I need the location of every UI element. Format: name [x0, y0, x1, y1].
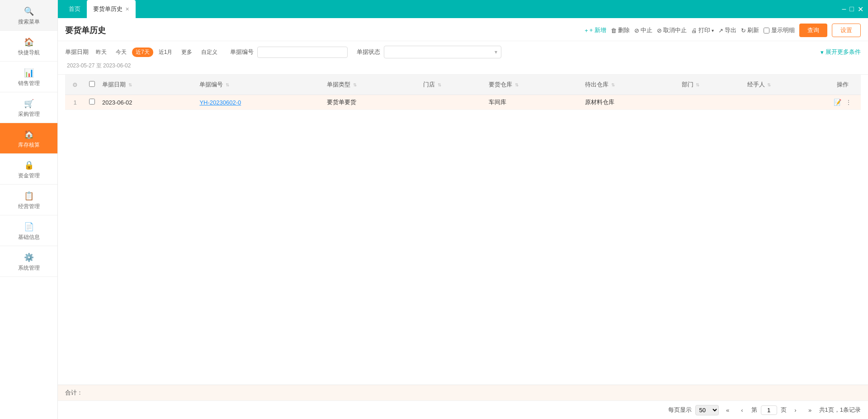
- doc-number-label: 单据编号: [230, 48, 254, 56]
- stop-button[interactable]: ⊘ 中止: [634, 26, 652, 34]
- display-cell-toggle[interactable]: 显示明细: [764, 26, 795, 34]
- th-doc-type[interactable]: 单据类型 ⇅: [323, 75, 420, 95]
- query-button[interactable]: 查询: [799, 24, 827, 37]
- first-page-button[interactable]: «: [722, 405, 733, 415]
- select-all-checkbox[interactable]: [89, 81, 95, 87]
- date-range-display: 2023-05-27 至 2023-06-02: [65, 62, 861, 70]
- sidebar-item-system[interactable]: ⚙️ 系统管理: [0, 246, 57, 277]
- refresh-button[interactable]: ↻ 刷新: [741, 26, 759, 34]
- minimize-icon[interactable]: –: [842, 5, 846, 13]
- display-cell-label: 显示明细: [771, 26, 795, 34]
- maximize-icon[interactable]: □: [849, 5, 854, 13]
- th-pending-warehouse[interactable]: 待出仓库 ⇅: [581, 75, 678, 95]
- pagination: 每页显示 10 20 50 100 « ‹ 第 页 › » 共1页，1条记录: [58, 400, 868, 419]
- row-req-warehouse: 车间库: [485, 95, 581, 110]
- row-store: [420, 95, 485, 110]
- page-size-select[interactable]: 10 20 50 100: [695, 405, 719, 415]
- topbar: 首页 要货单历史 ✕ – □ ✕: [58, 0, 868, 18]
- sidebar-item-finance[interactable]: 🔒 资金管理: [0, 154, 57, 185]
- date-range-text: 2023-05-27 至 2023-06-02: [67, 62, 131, 69]
- row-date-value: 2023-06-02: [102, 99, 132, 106]
- date-tag-custom[interactable]: 自定义: [198, 48, 221, 57]
- sidebar-label-inventory: 库存核算: [18, 141, 40, 149]
- stop-label: 中止: [641, 26, 652, 34]
- th-store[interactable]: 门店 ⇅: [420, 75, 485, 95]
- th-date-label: 单据日期: [102, 81, 126, 88]
- tab-home[interactable]: 首页: [62, 0, 87, 18]
- page-number-input[interactable]: [761, 405, 777, 415]
- lock-icon: 🔒: [24, 160, 34, 170]
- document-icon: 📄: [24, 222, 34, 232]
- th-req-warehouse[interactable]: 要货仓库 ⇅: [485, 75, 581, 95]
- date-tag-last7[interactable]: 近7天: [132, 48, 153, 57]
- doc-status-input[interactable]: [388, 49, 495, 56]
- sidebar-item-operation[interactable]: 📋 经营管理: [0, 185, 57, 215]
- row-checkbox[interactable]: [89, 99, 95, 105]
- tab-history-label: 要货单历史: [93, 5, 123, 13]
- print-button[interactable]: 🖨 打印 ▾: [691, 26, 714, 34]
- sidebar-item-basic[interactable]: 📄 基础信息: [0, 215, 57, 246]
- tab-history[interactable]: 要货单历史 ✕: [87, 0, 136, 18]
- export-button[interactable]: ↗ 导出: [718, 26, 736, 34]
- last-page-button[interactable]: »: [805, 405, 816, 415]
- new-button[interactable]: + + 新增: [585, 26, 606, 34]
- main-area: 首页 要货单历史 ✕ – □ ✕ 要货单历史 + + 新增 🗑 删除: [58, 0, 868, 419]
- row-ops: 📝 ⋮: [825, 95, 861, 110]
- row-handler: [744, 95, 825, 110]
- close-tab-icon[interactable]: ✕: [125, 6, 129, 12]
- sidebar-item-inventory[interactable]: 🏠 库存核算: [0, 123, 57, 154]
- header-row: ⚙ 单据日期 ⇅ 单据编号 ⇅: [65, 75, 861, 95]
- sort-pending-warehouse-icon: ⇅: [611, 82, 615, 87]
- next-page-button[interactable]: ›: [790, 405, 801, 415]
- sort-doc-type-icon: ⇅: [353, 82, 357, 87]
- print-arrow-icon: ▾: [712, 28, 714, 33]
- row-checkbox-cell: [85, 95, 99, 110]
- sort-store-icon: ⇅: [438, 82, 441, 87]
- date-tag-yesterday[interactable]: 昨天: [92, 48, 110, 57]
- display-cell-checkbox[interactable]: [764, 28, 769, 33]
- expand-more-button[interactable]: ▾ 展开更多条件: [821, 48, 861, 56]
- th-doc-num-label: 单据编号: [199, 81, 223, 88]
- date-tag-more[interactable]: 更多: [178, 48, 196, 57]
- date-tag-last-month[interactable]: 近1月: [155, 48, 176, 57]
- settings-button[interactable]: 设置: [832, 24, 861, 37]
- print-label: 打印: [698, 26, 710, 34]
- th-handler[interactable]: 经手人 ⇅: [744, 75, 825, 95]
- stop-icon: ⊘: [634, 27, 639, 34]
- table-row: 1 2023-06-02 YH-20230602-0 要货单要货: [65, 95, 861, 110]
- th-store-label: 门店: [423, 81, 435, 88]
- date-tag-today[interactable]: 今天: [112, 48, 130, 57]
- sidebar-item-search[interactable]: 🔍 搜索菜单: [0, 0, 57, 31]
- column-settings-icon[interactable]: ⚙: [69, 78, 81, 91]
- doc-status-select[interactable]: ▾: [384, 46, 501, 58]
- row-more-icon[interactable]: ⋮: [845, 99, 852, 106]
- doc-number-input[interactable]: [257, 47, 348, 58]
- doc-number-filter-group: 单据编号: [230, 47, 348, 58]
- page-size-label: 每页显示: [668, 406, 692, 414]
- search-icon: 🔍: [24, 6, 34, 16]
- delete-label: 删除: [618, 26, 630, 34]
- cancel-stop-button[interactable]: ⊘ 取消中止: [657, 26, 687, 34]
- delete-button[interactable]: 🗑 删除: [611, 26, 630, 34]
- page-header: 要货单历史 + + 新增 🗑 删除 ⊘ 中止 ⊘ 取消中止: [58, 18, 868, 41]
- date-filter-label: 单据日期: [65, 48, 89, 56]
- chevron-down-icon: ▾: [495, 49, 497, 55]
- expand-label: 展开更多条件: [826, 48, 861, 56]
- row-req-warehouse-value: 车间库: [489, 99, 506, 105]
- th-checkbox: [85, 75, 99, 95]
- prev-page-button[interactable]: ‹: [737, 405, 748, 415]
- close-window-icon[interactable]: ✕: [858, 5, 863, 14]
- sidebar-item-purchase[interactable]: 🛒 采购管理: [0, 92, 57, 123]
- home-icon: 🏠: [24, 37, 34, 47]
- sidebar-item-sales[interactable]: 📊 销售管理: [0, 62, 57, 92]
- row-doc-num-link[interactable]: YH-20230602-0: [199, 99, 241, 106]
- th-doc-num[interactable]: 单据编号 ⇅: [196, 75, 323, 95]
- th-date[interactable]: 单据日期 ⇅: [99, 75, 196, 95]
- row-edit-icon[interactable]: 📝: [834, 99, 841, 106]
- clipboard-icon: 📋: [24, 191, 34, 201]
- window-controls: – □ ✕: [842, 5, 863, 14]
- th-department[interactable]: 部门 ⇅: [678, 75, 744, 95]
- refresh-icon: ↻: [741, 27, 746, 34]
- row-num-value: 1: [73, 99, 76, 106]
- sidebar-item-shortcut[interactable]: 🏠 快捷导航: [0, 31, 57, 62]
